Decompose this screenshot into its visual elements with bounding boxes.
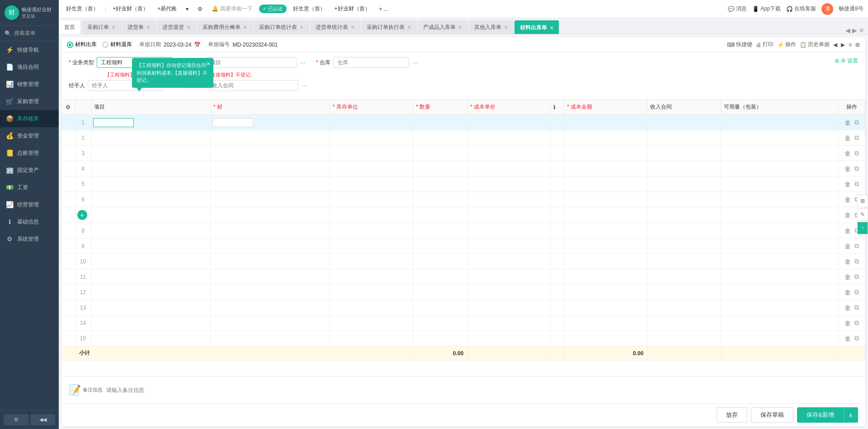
sidebar-item-quicknav[interactable]: ⚡ 快捷导航	[0, 41, 59, 58]
grid-view-button[interactable]: ⊞	[855, 42, 860, 48]
calendar-icon[interactable]: 📅	[194, 42, 201, 48]
topnav-settings-icon[interactable]: ⚙	[195, 5, 205, 13]
topnav-brand-2[interactable]: +好业财（首）	[332, 4, 373, 14]
user-avatar[interactable]: 通	[821, 3, 833, 15]
topnav-brand-1[interactable]: 好生意（首）	[290, 4, 328, 14]
row-copy-button[interactable]: ⧉	[854, 179, 860, 189]
save-new-button[interactable]: 保存&新增	[797, 407, 844, 423]
sidebar-item-purchase[interactable]: 🛒 采购管理	[0, 93, 59, 110]
next-record-button[interactable]: ▶	[841, 42, 845, 48]
save-new-arrow-button[interactable]: ∧	[844, 407, 858, 423]
tab-close-goods-return[interactable]: ✕	[187, 25, 190, 30]
row-delete-button[interactable]: 🗑	[844, 118, 852, 127]
row-delete-button[interactable]: 🗑	[844, 318, 852, 328]
row-delete-button[interactable]: 🗑	[844, 241, 852, 251]
row-delete-button[interactable]: 🗑	[844, 133, 852, 143]
sidebar-item-payroll[interactable]: 💵 工资	[0, 179, 59, 196]
sidebar-item-search[interactable]: 🔍 搜索菜单	[0, 26, 59, 41]
tab-home[interactable]: 首页	[59, 20, 81, 34]
sidebar-item-inventory[interactable]: 📦 库存核算	[0, 110, 59, 127]
row-project-input[interactable]	[93, 118, 134, 127]
row-delete-button[interactable]: 🗑	[844, 287, 852, 297]
notes-input[interactable]	[106, 387, 858, 393]
tab-other-inbound[interactable]: 其他入库单 ✕	[469, 20, 514, 34]
tab-close-purchase-fee[interactable]: ✕	[243, 25, 247, 30]
history-button[interactable]: 📋 历史单据	[800, 41, 830, 48]
row-copy-button[interactable]: ⧉	[854, 272, 860, 281]
column-settings-button[interactable]: ⚙ ⚙ 设置	[835, 57, 858, 65]
topnav-item-0[interactable]: 好生意（首）	[63, 4, 101, 14]
tab-close-other-inbound[interactable]: ✕	[504, 25, 508, 30]
list-view-button[interactable]: ≡	[849, 42, 852, 48]
sidebar-item-contract[interactable]: 📄 项目合同	[0, 58, 59, 76]
topnav-try[interactable]: 🔔 我要体验一下	[209, 4, 255, 14]
tab-purchase-fee[interactable]: 采购费用分摊单 ✕	[197, 20, 253, 34]
row-delete-button[interactable]: 🗑	[844, 272, 852, 281]
prev-record-button[interactable]: ◀	[833, 42, 837, 48]
sidebar-item-finance[interactable]: 💰 资金管理	[0, 127, 59, 144]
tab-close-product-inbound[interactable]: ✕	[458, 25, 462, 30]
row-delete-button[interactable]: 🗑	[844, 334, 852, 343]
save-draft-button[interactable]: 保存草稿	[751, 407, 793, 423]
sidebar-item-operations[interactable]: 📈 经营管理	[0, 196, 59, 213]
notes-icon[interactable]: 📝 备注信息	[69, 384, 103, 396]
topnav-item-1[interactable]: +好业财（首）	[110, 4, 151, 14]
tab-purchase-stats[interactable]: 采购订单统计表 ✕	[254, 20, 309, 34]
tab-close-all-button[interactable]: ✕	[859, 27, 864, 34]
project-dots[interactable]: ···	[300, 59, 306, 66]
sidebar-item-sales[interactable]: 📊 销售管理	[0, 76, 59, 93]
row-material-cell[interactable]	[210, 115, 330, 130]
message-button[interactable]: 💬 消息	[728, 5, 747, 13]
discard-button[interactable]: 放弃	[717, 407, 747, 423]
topnav-item-2[interactable]: +易代账	[155, 4, 179, 14]
row-delete-button[interactable]: 🗑	[844, 210, 852, 220]
row-delete-button[interactable]: 🗑	[844, 303, 852, 312]
col-header-cost-info[interactable]: ℹ	[551, 100, 564, 115]
tab-product-inbound[interactable]: 产成品入库单 ✕	[418, 20, 468, 34]
row-copy-button[interactable]: ⧉	[854, 318, 860, 328]
tab-goods-receipt[interactable]: 进货单 ✕	[122, 20, 156, 34]
tab-material-outbound[interactable]: 材料出库单 ✕	[514, 20, 559, 34]
tab-close-goods-receipt[interactable]: ✕	[146, 25, 150, 30]
tab-prev-button[interactable]: ◀	[845, 27, 850, 34]
sidebar-item-basic[interactable]: ℹ 基础信息	[0, 213, 59, 230]
row-delete-button[interactable]: 🗑	[844, 179, 852, 189]
row-project-cell[interactable]	[91, 115, 210, 130]
app-download-button[interactable]: 📱 App下载	[752, 5, 781, 13]
shortcut-button[interactable]: ⌨ 快捷键	[727, 41, 752, 48]
right-tool-3[interactable]: ↑	[857, 222, 868, 234]
tab-close-order-exec[interactable]: ✕	[407, 25, 411, 30]
tab-order-exec[interactable]: 采购订单执行表 ✕	[361, 20, 417, 34]
tab-purchase-order[interactable]: 采购订单 ✕	[82, 20, 121, 34]
sidebar-settings-button[interactable]: ⚙	[4, 414, 28, 425]
row-copy-button[interactable]: ⧉	[854, 334, 860, 343]
row-delete-button[interactable]: 🗑	[844, 257, 852, 266]
row-copy-button[interactable]: ⧉	[854, 287, 860, 297]
online-service-button[interactable]: 🎧 在线客服	[786, 5, 816, 13]
row-delete-button[interactable]: 🗑	[844, 148, 852, 158]
tooltip-close-button[interactable]: ✕	[206, 60, 211, 68]
print-button[interactable]: 🖨 打印	[756, 41, 774, 48]
col-header-settings[interactable]: ⚙	[61, 100, 75, 115]
row-delete-button[interactable]: 🗑	[844, 164, 852, 173]
row-copy-button[interactable]: ⧉	[854, 257, 860, 266]
row-copy-button[interactable]: ⧉	[854, 303, 860, 312]
row-delete-button[interactable]: 🗑	[844, 226, 852, 235]
project-input[interactable]	[206, 57, 297, 68]
tab-close-purchase-stats[interactable]: ✕	[300, 25, 303, 30]
right-tool-1[interactable]: ⊞	[857, 195, 868, 207]
row-copy-button[interactable]: ⧉	[854, 133, 860, 143]
topnav-dropdown[interactable]: ▾	[183, 5, 191, 13]
warehouse-dots[interactable]: ···	[413, 59, 418, 66]
warehouse-input[interactable]	[333, 57, 409, 68]
sidebar-item-system[interactable]: ⚙ 系统管理	[0, 230, 59, 248]
tab-goods-return[interactable]: 进货退货 ✕	[157, 20, 196, 34]
tab-close-material-outbound[interactable]: ✕	[550, 25, 553, 30]
tab-next-button[interactable]: ▶	[852, 27, 857, 34]
radio-return[interactable]: 材料退库	[102, 41, 132, 48]
row-copy-button[interactable]: ⧉	[854, 148, 860, 158]
sidebar-item-assets[interactable]: 🏢 固定资产	[0, 162, 59, 179]
row-copy-button[interactable]: ⧉	[854, 164, 860, 173]
row-copy-button[interactable]: ⧉	[854, 118, 860, 127]
row-copy-button[interactable]: ⧉	[854, 241, 860, 251]
